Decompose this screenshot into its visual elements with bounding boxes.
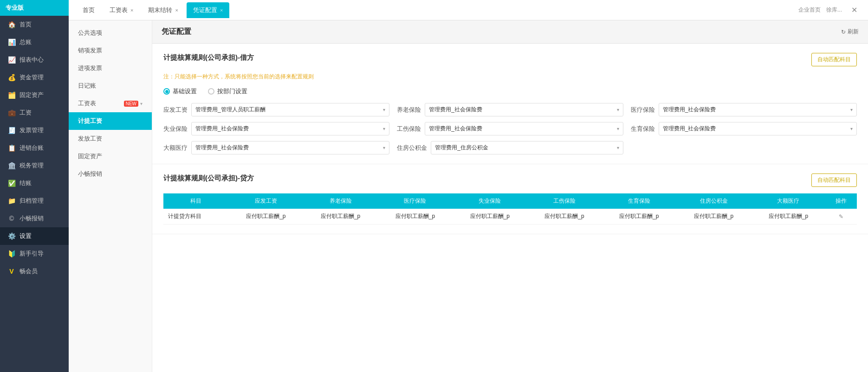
- credit-table: 科目 应发工资 养老保险 医疗保险 失业保险 工伤保险 生育保险 住房公积金 大…: [163, 193, 857, 224]
- td-maternity: 应付职工薪酬_p: [602, 209, 676, 224]
- tab-salary-table[interactable]: 工资表 ×: [103, 2, 140, 18]
- sidebar-item-label: 发票管理: [19, 126, 44, 135]
- form-row-applied-salary: 应发工资 管理费用_管理人员职工薪酬 ▾: [163, 103, 389, 116]
- debit-auto-match-button[interactable]: 自动匹配科目: [811, 53, 857, 66]
- debit-section: 计提核算规则(公司承担)-借方 自动匹配科目 注：只能选择一种方式，系统将按照您…: [152, 44, 868, 164]
- radio-dept[interactable]: 按部门设置: [208, 87, 247, 96]
- select-unemployment[interactable]: 管理费用_社会保险费 ▾: [191, 122, 389, 135]
- credit-section-header: 计提核算规则(公司承担)-贷方 自动匹配科目: [163, 173, 857, 187]
- th-applied-salary: 应发工资: [228, 193, 303, 209]
- brand-label: 专业版: [0, 0, 69, 16]
- sidebar-item-closing[interactable]: ✅ 结账: [0, 174, 69, 192]
- refresh-button[interactable]: ↻ 刷新: [841, 28, 859, 36]
- chevron-down-icon: ▾: [617, 126, 619, 131]
- sidebar-item-settings[interactable]: ⚙️ 设置: [0, 227, 69, 245]
- main-content: 凭证配置 ↻ 刷新 计提核算规则(公司承担)-借方 自动匹配科目 注：只能选择一…: [152, 20, 868, 372]
- select-medical[interactable]: 管理费用_社会保险费 ▾: [659, 103, 857, 116]
- sidebar-item-sales-purchase[interactable]: 📋 进销台账: [0, 139, 69, 157]
- label-medical: 医疗保险: [631, 106, 655, 114]
- label-maternity: 生育保险: [631, 125, 655, 133]
- th-unemployment: 失业保险: [453, 193, 527, 209]
- sidebar-item-label: 首页: [19, 20, 32, 29]
- sidebar-item-new-guide[interactable]: 🔰 新手引导: [0, 245, 69, 263]
- fund-icon: 💰: [7, 74, 16, 81]
- closing-icon: ✅: [7, 180, 16, 187]
- left-nav-pay-salary[interactable]: 发放工资: [69, 130, 152, 148]
- ledger-icon: 📋: [7, 144, 16, 152]
- sidebar-item-label: 税务管理: [19, 161, 44, 170]
- tab-close-period-close[interactable]: ×: [175, 7, 178, 13]
- content-area: 公共选项 销项发票 进项发票 日记账 工资表 NEW ▾ 计提工资: [69, 20, 868, 372]
- copyright-icon: ©: [7, 215, 16, 222]
- th-housing-fund: 住房公积金: [676, 193, 751, 209]
- form-row-medical: 医疗保险 管理费用_社会保险费 ▾: [631, 103, 857, 116]
- select-work-injury[interactable]: 管理费用_社会保险费 ▾: [425, 122, 623, 135]
- sidebar-item-salary[interactable]: 💼 工资: [0, 104, 69, 122]
- label-housing-fund: 住房公积金: [397, 144, 427, 152]
- tab-voucher-config[interactable]: 凭证配置 ×: [187, 2, 229, 18]
- left-nav: 公共选项 销项发票 进项发票 日记账 工资表 NEW ▾ 计提工资: [69, 20, 152, 372]
- label-applied-salary: 应发工资: [163, 106, 188, 114]
- th-medical: 医疗保险: [378, 193, 453, 209]
- vip-icon: V: [7, 268, 16, 275]
- home-icon: 🏠: [7, 21, 16, 28]
- sidebar-item-fixed-assets[interactable]: 🗂️ 固定资产: [0, 86, 69, 104]
- tab-home[interactable]: 首页: [76, 2, 101, 18]
- sidebar-item-vip[interactable]: V 畅会员: [0, 263, 69, 280]
- sidebar-item-label: 工资: [19, 109, 32, 117]
- th-maternity: 生育保险: [602, 193, 676, 209]
- left-nav-xiao-chang[interactable]: 小畅报销: [69, 165, 152, 183]
- radio-dept-circle: [208, 88, 214, 95]
- td-applied-salary: 应付职工薪酬_p: [228, 209, 303, 224]
- left-nav-fixed-assets[interactable]: 固定资产: [69, 148, 152, 165]
- sidebar-item-xiao-chang-report[interactable]: © 小畅报销: [0, 210, 69, 227]
- left-nav-salary-table[interactable]: 工资表 NEW ▾: [69, 95, 152, 112]
- left-nav-diary[interactable]: 日记账: [69, 77, 152, 95]
- form-row-unemployment: 失业保险 管理费用_社会保险费 ▾: [163, 122, 389, 135]
- td-action[interactable]: ✎: [826, 209, 857, 224]
- left-nav-calc-salary[interactable]: 计提工资: [69, 112, 152, 130]
- sidebar-item-general-ledger[interactable]: 📊 总账: [0, 33, 69, 51]
- archive-icon: 📁: [7, 197, 16, 205]
- left-nav-sales-invoice[interactable]: 销项发票: [69, 42, 152, 59]
- label-major-medical: 大额医疗: [163, 144, 188, 152]
- select-maternity[interactable]: 管理费用_社会保险费 ▾: [659, 122, 857, 135]
- sidebar-item-label: 新手引导: [19, 250, 44, 258]
- select-housing-fund[interactable]: 管理费用_住房公积金 ▾: [431, 141, 623, 154]
- chevron-down-icon: ▾: [850, 107, 853, 112]
- form-row-maternity: 生育保险 管理费用_社会保险费 ▾: [631, 122, 857, 135]
- select-pension[interactable]: 管理费用_社会保险费 ▾: [425, 103, 623, 116]
- chevron-down-icon: ▾: [383, 107, 385, 112]
- sidebar-item-archive-mgmt[interactable]: 📁 归档管理: [0, 192, 69, 210]
- sidebar-item-home[interactable]: 🏠 首页: [0, 16, 69, 33]
- sidebar-item-report-center[interactable]: 📈 报表中心: [0, 51, 69, 69]
- label-pension: 养老保险: [397, 106, 421, 114]
- debit-notice: 注：只能选择一种方式，系统将按照您当前的选择来配置规则: [163, 73, 857, 81]
- th-work-injury: 工伤保险: [527, 193, 602, 209]
- select-applied-salary[interactable]: 管理费用_管理人员职工薪酬 ▾: [191, 103, 389, 116]
- tab-period-close[interactable]: 期末结转 ×: [142, 2, 184, 18]
- tab-close-salary-table[interactable]: ×: [130, 7, 133, 13]
- radio-basic[interactable]: 基础设置: [163, 87, 197, 96]
- topbar-close-button[interactable]: ✕: [848, 4, 861, 17]
- refresh-icon: ↻: [841, 29, 846, 35]
- guide-icon: 🔰: [7, 250, 16, 257]
- left-nav-public-options[interactable]: 公共选项: [69, 24, 152, 42]
- tab-close-voucher-config[interactable]: ×: [220, 7, 223, 13]
- sidebar-item-label: 结账: [19, 179, 32, 187]
- sidebar-item-label: 进销台账: [19, 144, 44, 152]
- sidebar-item-label: 总账: [19, 38, 32, 46]
- sidebar-item-fund-mgmt[interactable]: 💰 资金管理: [0, 69, 69, 86]
- credit-section-title: 计提核算规则(公司承担)-贷方: [163, 174, 254, 183]
- sidebar-item-tax-mgmt[interactable]: 🏛️ 税务管理: [0, 157, 69, 174]
- sidebar-item-invoice-mgmt[interactable]: 🧾 发票管理: [0, 122, 69, 139]
- left-nav-purchase-invoice[interactable]: 进项发票: [69, 59, 152, 77]
- credit-auto-match-button[interactable]: 自动匹配科目: [811, 173, 857, 187]
- edit-icon[interactable]: ✎: [839, 213, 843, 220]
- td-housing-fund: 应付职工薪酬_p: [676, 209, 751, 224]
- page-title: 凭证配置: [162, 27, 191, 37]
- select-major-medical[interactable]: 管理费用_社会保险费 ▾: [191, 141, 389, 154]
- report-icon: 📈: [7, 56, 16, 64]
- th-pension: 养老保险: [303, 193, 378, 209]
- debit-section-header: 计提核算规则(公司承担)-借方 自动匹配科目: [163, 53, 857, 66]
